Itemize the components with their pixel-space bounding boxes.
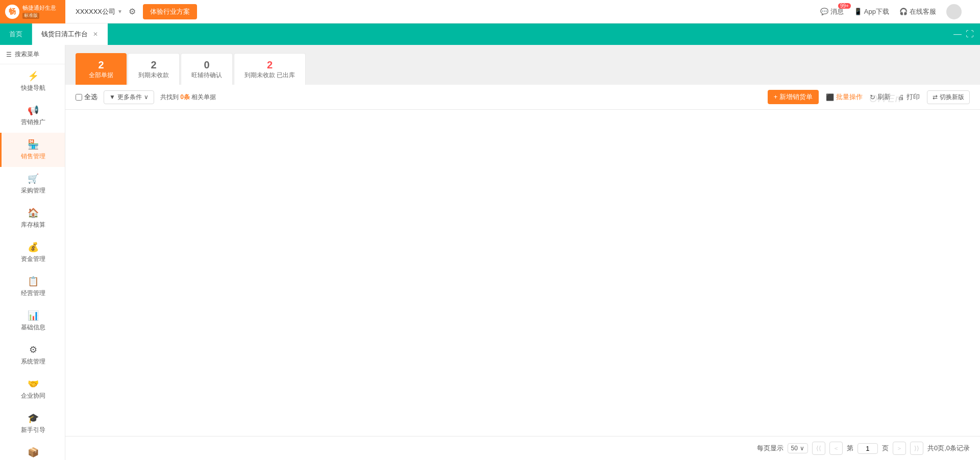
page-size-value: 50 — [791, 445, 798, 452]
main-layout: ☰ 搜索菜单 ⚡ 快捷导航 📢 营销推广 🏪 销售管理 🛒 采购管理 🏠 库存核… — [0, 45, 980, 460]
logo-area: 畅 畅捷通好生意 标准版 — [0, 0, 65, 23]
sidebar-item-finance[interactable]: 💰 资金管理 — [0, 235, 65, 270]
sidebar-item-marketing[interactable]: 📢 营销推广 — [0, 99, 65, 133]
tab-all-number: 2 — [98, 59, 104, 71]
message-item[interactable]: 💬 消息 99+ — [820, 7, 844, 16]
online-service-item[interactable]: 🎧 在线客服 — [899, 7, 936, 16]
sidebar-item-app-center[interactable]: 📦 应用中心 — [0, 441, 65, 460]
sidebar-item-label: 资金管理 — [21, 255, 45, 263]
toolbar-left: 全选 ▼ 更多条件 ∨ 共找到 0条 相关单据 — [76, 90, 216, 104]
nav-tab-home-label: 首页 — [9, 30, 22, 39]
total-info: 共0页,0条记录 — [927, 444, 970, 453]
sidebar-item-purchase[interactable]: 🛒 采购管理 — [0, 167, 65, 201]
page-prev-button[interactable]: ＜ — [829, 442, 843, 455]
basic-info-icon: 📊 — [28, 310, 39, 321]
page-number-input[interactable] — [857, 443, 878, 454]
search-icon: ☰ — [6, 51, 12, 58]
experience-button[interactable]: 体验行业方案 — [143, 4, 197, 19]
sidebar-item-basic-info[interactable]: 📊 基础信息 — [0, 304, 65, 338]
nav-tab-workbench-label: 钱货日清工作台 — [41, 30, 88, 39]
found-suffix: 相关单据 — [191, 93, 216, 101]
app-download-item[interactable]: 📱 App下载 — [854, 7, 889, 16]
select-all-input[interactable] — [76, 94, 82, 101]
page-label-2: 页 — [882, 444, 889, 453]
sidebar-item-guide[interactable]: 🎓 新手引导 — [0, 406, 65, 441]
sales-icon: 🏪 — [28, 139, 39, 150]
purchase-icon: 🛒 — [28, 173, 39, 184]
tab-shipped-label: 到期未收款 已出库 — [244, 71, 295, 80]
content-area: 2 全部单据 2 到期未收款 0 旺辅待确认 2 到期未收款 已出库 全选 — [65, 45, 980, 460]
logo-title: 畅捷通好生意 — [22, 4, 56, 11]
app-center-icon: 📦 — [28, 447, 39, 458]
refresh-action[interactable]: ↻ 刷新 — [870, 92, 891, 102]
message-badge: 99+ — [838, 3, 851, 9]
nav-tab-home[interactable]: 首页 — [0, 23, 32, 45]
select-all-checkbox[interactable]: 全选 — [76, 92, 97, 102]
company-selector[interactable]: XXXXXX公司 ▼ — [76, 7, 122, 16]
switch-button[interactable]: ⇄ 切换新版 — [927, 90, 970, 104]
sidebar-search-label: 搜索菜单 — [15, 50, 39, 59]
company-name: XXXXXX公司 — [76, 7, 115, 16]
toolbar: 全选 ▼ 更多条件 ∨ 共找到 0条 相关单据 + 新增销货单 ⬛ 批量操作 — [65, 85, 980, 110]
content-tab-all[interactable]: 2 全部单据 — [76, 53, 127, 85]
refresh-icon: ↻ — [870, 93, 875, 101]
chevron-filter-icon: ∨ — [144, 93, 149, 101]
logo-badge: 标准版 — [22, 13, 39, 19]
print-action[interactable]: 🖨 打印 — [898, 92, 920, 102]
batch-icon: ⬛ — [826, 93, 834, 101]
inventory-icon: 🏠 — [28, 207, 39, 219]
found-count: 0条 — [180, 93, 190, 101]
logo-icon: 畅 — [5, 5, 19, 19]
content-tab-overdue[interactable]: 2 到期未收款 — [128, 53, 180, 85]
header-right: 💬 消息 99+ 📱 App下载 🎧 在线客服 — [820, 4, 972, 19]
nav-expand-button[interactable]: ⛶ — [966, 30, 974, 39]
batch-label: 批量操作 — [836, 92, 863, 102]
sidebar-item-label: 快捷导航 — [21, 84, 45, 92]
sidebar-item-label: 营销推广 — [21, 118, 45, 127]
sidebar-item-cooperation[interactable]: 🤝 企业协同 — [0, 372, 65, 406]
tab-overdue-number: 2 — [151, 59, 156, 71]
sidebar-item-label: 企业协同 — [21, 392, 45, 400]
cooperation-icon: 🤝 — [28, 378, 39, 390]
tab-shipped-number: 2 — [267, 59, 273, 71]
nav-minimize-button[interactable]: — — [953, 30, 962, 39]
operation-icon: 📋 — [28, 276, 39, 287]
nav-tab-workbench[interactable]: 钱货日清工作台 ✕ — [32, 23, 108, 45]
settings-icon[interactable]: ⚙ — [129, 7, 136, 16]
sidebar-item-label: 采购管理 — [21, 186, 45, 195]
page-size-select[interactable]: 50 ∨ — [788, 443, 808, 453]
table-area — [65, 110, 980, 436]
page-first-button[interactable]: ⟨⟨ — [812, 442, 825, 455]
sidebar-search[interactable]: ☰ 搜索菜单 — [0, 45, 65, 64]
page-size-chevron-icon: ∨ — [800, 445, 804, 452]
page-last-button[interactable]: ⟩⟩ — [910, 442, 923, 455]
system-icon: ⚙ — [29, 344, 37, 355]
sidebar-item-label: 新手引导 — [21, 426, 45, 434]
switch-icon: ⇄ — [933, 93, 938, 101]
guide-icon: 🎓 — [28, 413, 39, 424]
sidebar-item-label: 系统管理 — [21, 357, 45, 366]
filter-button[interactable]: ▼ 更多条件 ∨ — [104, 90, 154, 104]
nav-tabs: 首页 钱货日清工作台 ✕ — ⛶ — [0, 23, 980, 45]
page-next-button[interactable]: ＞ — [893, 442, 906, 455]
sidebar-item-label: 基础信息 — [21, 323, 45, 332]
sidebar-item-inventory[interactable]: 🏠 库存核算 — [0, 201, 65, 235]
nav-tab-close-icon[interactable]: ✕ — [93, 31, 98, 38]
batch-action[interactable]: ⬛ 批量操作 — [826, 92, 863, 102]
sidebar-item-label: 库存核算 — [21, 221, 45, 229]
avatar[interactable] — [946, 4, 962, 19]
filter-icon: ▼ — [109, 93, 115, 101]
sidebar-item-operation[interactable]: 📋 经营管理 — [0, 270, 65, 304]
print-icon: 🖨 — [898, 93, 904, 101]
content-tab-wang[interactable]: 0 旺辅待确认 — [181, 53, 233, 85]
found-text: 共找到 0条 相关单据 — [160, 93, 216, 102]
sidebar-item-system[interactable]: ⚙ 系统管理 — [0, 338, 65, 372]
chevron-down-icon: ▼ — [117, 9, 122, 14]
sidebar-item-quick-nav[interactable]: ⚡ 快捷导航 — [0, 64, 65, 99]
content-tab-shipped[interactable]: 2 到期未收款 已出库 — [234, 53, 306, 85]
logo-text: 畅捷通好生意 标准版 — [22, 4, 56, 19]
sidebar-item-sales[interactable]: 🏪 销售管理 — [0, 133, 65, 167]
add-sales-button[interactable]: + 新增销货单 — [768, 90, 819, 104]
sidebar-item-label: 销售管理 — [21, 152, 45, 161]
content-tabs: 2 全部单据 2 到期未收款 0 旺辅待确认 2 到期未收款 已出库 — [65, 45, 980, 85]
